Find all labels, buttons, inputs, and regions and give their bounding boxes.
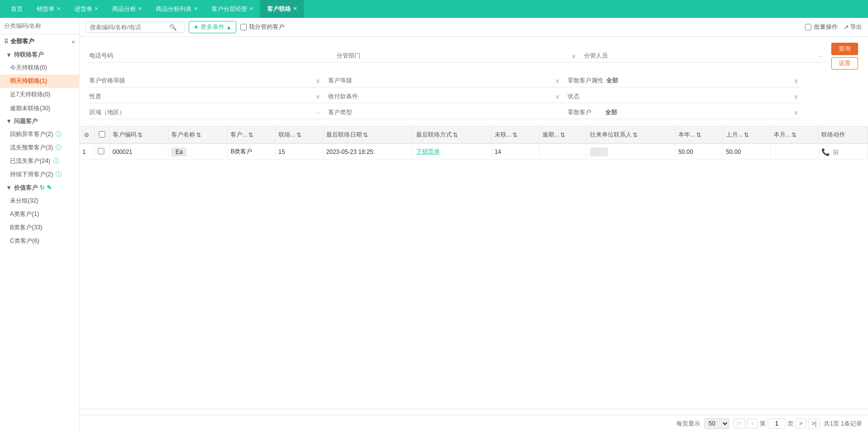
sidebar-item-tomorrow-pending[interactable]: 明天待联络(1) xyxy=(0,74,79,88)
phone-action-icon[interactable]: 📞 xyxy=(821,148,830,156)
col-header-last-month[interactable]: 上月... ⇅ xyxy=(723,127,771,144)
sidebar-item-week-pending[interactable]: 近7天待联络(0) xyxy=(0,88,79,101)
close-icon[interactable]: ✕ xyxy=(138,0,142,18)
filter-gender: 性质 ∨ xyxy=(85,90,324,103)
triangle-down-icon: ▼ xyxy=(6,184,12,191)
phone-input[interactable] xyxy=(127,53,329,60)
nav-home[interactable]: 首页 xyxy=(4,0,30,18)
row-action[interactable]: 📞 ⊞ xyxy=(818,144,868,160)
settings-icon[interactable]: ⚙ xyxy=(84,132,89,139)
col-header-type[interactable]: 客户... ⇅ xyxy=(227,127,275,144)
col-header-overdue[interactable]: 逾期... ⇅ xyxy=(539,127,587,144)
nav-customer-contact[interactable]: 客户联络 ✕ xyxy=(260,0,304,18)
first-page-button[interactable]: |< xyxy=(733,419,745,429)
search-icon[interactable]: 🔍 xyxy=(169,24,177,31)
sidebar-group-problem[interactable]: ▼ 问题客户 xyxy=(0,115,79,128)
chevron-down-icon[interactable]: ∨ xyxy=(555,93,560,100)
more-icon[interactable]: ··· xyxy=(818,53,823,60)
nav-customer-tier[interactable]: 客户分层经营 ✕ xyxy=(205,0,260,18)
col-header-unit-contact[interactable]: 往来单位联系人 ⇅ xyxy=(587,127,675,144)
sidebar-group-value[interactable]: ▼ 价值客户 ↻ ✎ xyxy=(0,182,79,194)
refresh-icon[interactable]: ↻ xyxy=(40,184,45,191)
sidebar-item-repurchase-abnormal[interactable]: 回购异常客户(2) ⓘ xyxy=(0,128,79,141)
filter-row-3: 性质 ∨ 收付款条件 ∨ 状态 ∨ xyxy=(85,90,862,103)
sidebar-search-input[interactable] xyxy=(4,22,78,29)
toolbar-right: 批量操作 ↗ 导出 xyxy=(805,23,862,31)
top-nav: 首页 销货单 ✕ 进货单 ✕ 商品分析 ✕ 商品分析列表 ✕ 客户分层经营 ✕ … xyxy=(0,0,868,18)
chevron-down-icon[interactable]: ∨ xyxy=(794,77,798,84)
nav-product-analysis[interactable]: 商品分析 ✕ xyxy=(105,0,149,18)
col-header-name[interactable]: 客户名称 ⇅ xyxy=(168,127,227,144)
chevron-down-icon[interactable]: ∨ xyxy=(316,77,320,84)
query-button[interactable]: 查询 xyxy=(831,43,858,55)
chevron-down-icon[interactable]: ∨ xyxy=(794,93,798,100)
col-header-this-month[interactable]: 本月... ⇅ xyxy=(771,127,818,144)
content-area: 🔍 ▼ 更多条件 ▲ 我分管的客户 批量操作 ↗ 导出 xyxy=(79,18,868,432)
edit-icon[interactable]: ✎ xyxy=(47,184,52,191)
sidebar-item-ungrouped[interactable]: 未分组(32) xyxy=(0,194,79,208)
filter-panel: 电话号码 分管部门 ∨ 分管人员 ··· 查询 设置 xyxy=(79,37,868,127)
reset-button[interactable]: 设置 xyxy=(831,57,858,70)
search-input[interactable] xyxy=(90,24,169,31)
my-customers-checkbox[interactable] xyxy=(240,24,247,30)
col-header-this-year[interactable]: 本年... ⇅ xyxy=(675,127,723,144)
next-page-button[interactable]: > xyxy=(796,419,806,429)
col-checkbox[interactable] xyxy=(94,127,109,144)
close-icon[interactable]: ✕ xyxy=(94,0,98,18)
sidebar-item-class-c[interactable]: C类客户(6) xyxy=(0,234,79,248)
filter-retail-attr: 零散客户属性 全部 ∨ xyxy=(564,74,802,87)
nav-product-analysis-list[interactable]: 商品分析列表 ✕ xyxy=(149,0,205,18)
collapse-icon[interactable]: « xyxy=(72,38,75,45)
sidebar-item-overdue-pending[interactable]: 逾期未联络(30) xyxy=(0,102,79,115)
prev-page-button[interactable]: < xyxy=(747,419,758,429)
col-header-not-contacted[interactable]: 未联... ⇅ xyxy=(491,127,539,144)
more-action-icon[interactable]: ⊞ xyxy=(833,148,839,156)
sidebar-item-class-b[interactable]: B类客户(33) xyxy=(0,221,79,234)
close-icon[interactable]: ✕ xyxy=(194,0,198,18)
row-unit-contact xyxy=(587,144,675,160)
batch-operation-button[interactable]: 批量操作 xyxy=(805,23,838,31)
horizontal-scrollbar[interactable] xyxy=(79,409,868,415)
sidebar-search-wrap: 🔍 xyxy=(0,18,79,34)
sidebar-item-declining[interactable]: 持续下滑客户(2) ⓘ xyxy=(0,168,79,181)
chevron-down-icon[interactable]: ∨ xyxy=(555,77,560,84)
more-filter-button[interactable]: ▼ 更多条件 ▲ xyxy=(189,21,236,33)
filter-status: 状态 ∨ xyxy=(564,90,802,103)
batch-op-checkbox[interactable] xyxy=(805,24,811,30)
select-all-checkbox[interactable] xyxy=(99,131,105,138)
row-name[interactable]: Ea xyxy=(168,144,227,160)
nav-sales[interactable]: 销货单 ✕ xyxy=(30,0,68,18)
toolbar: 🔍 ▼ 更多条件 ▲ 我分管的客户 批量操作 ↗ 导出 xyxy=(79,18,868,37)
chevron-down-icon[interactable]: ∨ xyxy=(794,109,798,116)
triangle-down-icon: ▼ xyxy=(6,118,12,125)
close-icon[interactable]: ✕ xyxy=(57,0,61,18)
chevron-down-icon[interactable]: ∨ xyxy=(316,93,320,100)
nav-purchase[interactable]: 进货单 ✕ xyxy=(68,0,105,18)
more-icon[interactable]: ··· xyxy=(315,109,320,116)
sidebar-all-customers[interactable]: ⠿ 全部客户 « xyxy=(0,34,79,49)
col-header-contact[interactable]: 联络... ⇅ xyxy=(275,127,323,144)
filter-row-2: 客户价格等级 ∨ 客户等级 ∨ 零散客户属性 全部 ∨ xyxy=(85,74,862,87)
sort-code[interactable]: 客户编码 ⇅ xyxy=(113,131,143,139)
chevron-down-icon[interactable]: ∨ xyxy=(572,53,576,60)
col-setting[interactable]: ⚙ xyxy=(79,127,94,144)
data-table: ⚙ 客户编码 ⇅ 客户名称 xyxy=(79,127,868,160)
sidebar-item-churned[interactable]: 已流失客户(24) ⓘ xyxy=(0,154,79,168)
last-page-button[interactable]: >| xyxy=(808,419,820,429)
close-icon[interactable]: ✕ xyxy=(293,0,297,18)
sidebar-item-class-a[interactable]: A类客户(1) xyxy=(0,208,79,221)
page-input[interactable] xyxy=(768,419,786,429)
sidebar-item-churn-warning[interactable]: 流失预警客户(3) ⓘ xyxy=(0,141,79,154)
sidebar-item-today-pending[interactable]: 今天待联络(0) xyxy=(0,61,79,74)
col-header-last-method[interactable]: 最后联络方式 ⇅ xyxy=(413,127,491,144)
row-checkbox[interactable] xyxy=(94,144,109,160)
page-size-select[interactable]: 50 20 100 xyxy=(704,418,729,429)
sort-icon: ⇅ xyxy=(196,132,201,139)
close-icon[interactable]: ✕ xyxy=(249,0,253,18)
export-button[interactable]: ↗ 导出 xyxy=(844,23,862,31)
col-header-code[interactable]: 客户编码 ⇅ xyxy=(109,127,168,144)
sidebar-group-pending[interactable]: ▼ 待联络客户 xyxy=(0,49,79,61)
col-header-last-date[interactable]: 最后联络日期 ⇅ xyxy=(323,127,413,144)
row-last-method[interactable]: 下销货单 xyxy=(413,144,491,160)
data-table-wrap: ⚙ 客户编码 ⇅ 客户名称 xyxy=(79,127,868,409)
